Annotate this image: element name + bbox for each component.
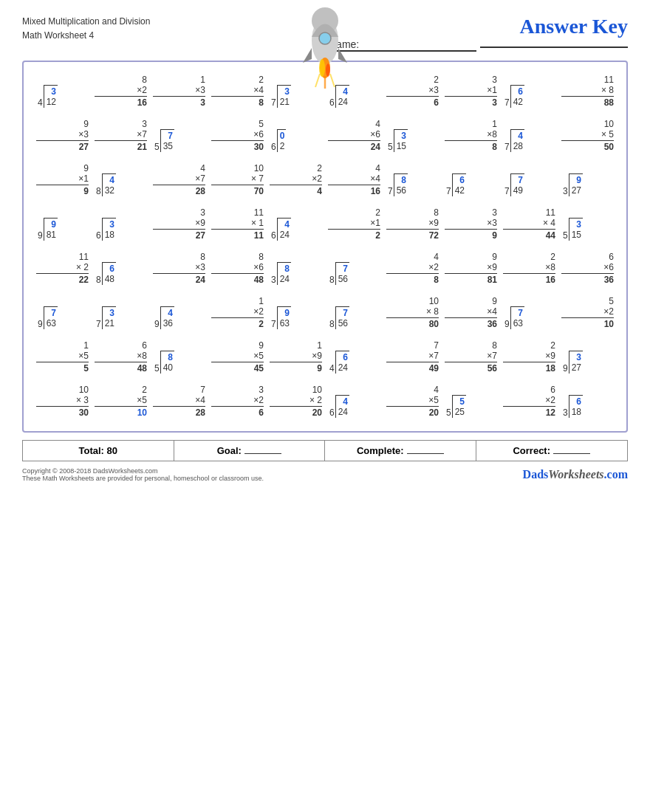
problem-row-7: 10 × 3 30 2 ×5 10 7 ×4 28 3 ×2 6 10 × 2 … — [35, 379, 615, 418]
problem-cell: 7 6 42 — [502, 69, 557, 108]
complete-cell: Complete: — [325, 441, 476, 461]
header: Mixed Multiplication and Division Math W… — [22, 15, 628, 53]
page: Mixed Multiplication and Division Math W… — [0, 0, 650, 812]
dads-brand: DadsWorksheets.com — [523, 468, 628, 481]
correct-cell: Correct: — [476, 441, 628, 461]
problem-cell: 5 7 35 — [151, 114, 207, 152]
problem-cell: 11 × 2 22 — [35, 247, 90, 285]
problem-cell: 2 ×4 8 — [210, 69, 265, 108]
problems-container: 4 3 12 8 ×2 16 1 ×3 3 2 ×4 8 7 3 — [35, 69, 615, 418]
total-cell: Total: 80 — [23, 441, 174, 461]
problem-cell: 5 8 40 — [151, 335, 207, 374]
problem-cell: 2 ×2 4 — [268, 158, 324, 196]
problem-cell: 2 ×8 16 — [502, 247, 557, 285]
problem-cell: 3 9 27 — [560, 158, 615, 196]
problem-cell: 6 ×2 12 — [502, 379, 557, 418]
problem-cell: 3 ×7 21 — [93, 114, 148, 152]
problem-cell: 7 9 63 — [268, 291, 324, 329]
problem-cell: 6 ×8 48 — [93, 335, 148, 374]
correct-label: Correct: — [513, 445, 550, 456]
problem-cell: 6 4 24 — [268, 202, 324, 241]
problem-cell: 1 ×9 9 — [268, 335, 324, 374]
problem-cell: 9 4 36 — [151, 291, 207, 329]
problem-cell: 10 × 3 30 — [35, 379, 90, 418]
problem-cell: 4 ×7 28 — [151, 158, 207, 196]
problem-cell: 9 7 63 — [502, 291, 557, 329]
problem-cell: 3 ×3 9 — [443, 202, 499, 241]
problem-cell: 1 ×2 2 — [210, 291, 265, 329]
problem-cell: 8 7 56 — [326, 247, 382, 285]
copyright-text: Copyright © 2008-2018 DadsWorksheets.com… — [22, 467, 264, 482]
header-right: Answer Key Name: — [325, 15, 628, 53]
problem-cell: 10 × 2 20 — [268, 379, 324, 418]
problem-cell: 6 4 24 — [326, 379, 382, 418]
problem-cell: 10 × 7 70 — [210, 158, 265, 196]
problem-cell: 8 ×3 24 — [151, 247, 207, 285]
problem-cell: 3 6 18 — [560, 379, 615, 418]
total-label: Total: 80 — [79, 445, 118, 456]
problem-cell: 9 ×4 36 — [443, 291, 499, 329]
complete-label: Complete: — [357, 445, 404, 456]
worksheet-title1: Mixed Multiplication and Division — [22, 15, 150, 29]
problem-cell: 2 ×5 10 — [93, 379, 148, 418]
problem-cell: 4 ×4 16 — [326, 158, 382, 196]
problem-cell: 2 ×3 6 — [385, 69, 440, 108]
problem-cell: 2 ×1 2 — [326, 202, 382, 241]
header-left: Mixed Multiplication and Division Math W… — [22, 15, 150, 43]
problem-cell: 2 ×9 18 — [502, 335, 557, 374]
problem-cell: 9 ×5 45 — [210, 335, 265, 374]
problem-cell: 6 ×6 36 — [560, 247, 615, 285]
copyright-line1: Copyright © 2008-2018 DadsWorksheets.com — [22, 467, 264, 475]
svg-point-2 — [319, 32, 331, 44]
problem-cell: 9 ×3 27 — [35, 114, 90, 152]
svg-point-5 — [326, 63, 330, 77]
problem-cell: 7 3 21 — [93, 291, 148, 329]
problem-cell: 11 × 4 44 — [502, 202, 557, 241]
problem-cell: 8 ×6 48 — [210, 247, 265, 285]
problem-cell: 7 ×7 49 — [385, 335, 440, 374]
problem-row-6: 1 ×5 5 6 ×8 48 5 8 40 9 ×5 45 1 ×9 9 — [35, 335, 615, 374]
problem-cell: 9 ×1 9 — [35, 158, 90, 196]
problem-cell: 1 ×8 8 — [443, 114, 499, 152]
problem-cell: 6 3 18 — [93, 202, 148, 241]
problem-cell: 1 ×3 3 — [151, 69, 207, 108]
problem-cell: 4 ×2 8 — [385, 247, 440, 285]
copyright-line2: These Math Worksheets are provided for p… — [22, 475, 264, 482]
goal-cell: Goal: — [174, 441, 326, 461]
problem-cell: 11 × 1 11 — [210, 202, 265, 241]
problem-cell: 7 4 28 — [502, 114, 557, 152]
problem-cell: 11 × 8 88 — [560, 69, 615, 108]
problem-cell: 4 6 24 — [326, 335, 382, 374]
problem-cell: 6 0 2 — [268, 114, 324, 152]
problem-cell: 9 ×9 81 — [443, 247, 499, 285]
answer-key-label: Answer Key — [520, 15, 628, 38]
problem-row-5: 9 7 63 7 3 21 9 4 36 1 ×2 — [35, 291, 615, 329]
problem-cell: 3 ×1 3 — [443, 69, 499, 108]
problem-cell: 5 3 15 — [385, 114, 440, 152]
problem-cell: 7 8 56 — [385, 158, 440, 196]
problem-row-2: 9 ×1 9 8 4 32 4 ×7 28 10 × 7 70 2 ×2 4 — [35, 158, 615, 196]
problem-cell: 1 ×5 5 — [35, 335, 90, 374]
problem-cell: 10 × 5 50 — [560, 114, 615, 152]
problem-cell: 10 × 8 80 — [385, 291, 440, 329]
problem-row-1: 9 ×3 27 3 ×7 21 5 7 35 5 ×6 30 6 0 — [35, 114, 615, 152]
rocket-icon — [292, 7, 358, 89]
problem-cell: 8 ×7 56 — [443, 335, 499, 374]
problem-cell: 8 6 48 — [93, 247, 148, 285]
svg-line-8 — [330, 74, 335, 87]
goal-label: Goal: — [217, 445, 242, 456]
worksheet-box: 4 3 12 8 ×2 16 1 ×3 3 2 ×4 8 7 3 — [22, 61, 628, 433]
problem-cell: 4 ×5 20 — [385, 379, 440, 418]
problem-cell: 3 8 24 — [268, 247, 324, 285]
name-line: Name: — [325, 38, 628, 52]
problem-cell: 7 7 49 — [502, 158, 557, 196]
problem-cell: 5 3 15 — [560, 202, 615, 241]
problem-cell: 5 ×6 30 — [210, 114, 265, 152]
problem-row-4: 11 × 2 22 8 6 48 8 ×3 24 8 ×6 48 3 — [35, 247, 615, 285]
problem-cell: 3 ×2 6 — [210, 379, 265, 418]
problem-cell: 7 ×4 28 — [151, 379, 207, 418]
problem-cell: 9 3 27 — [560, 335, 615, 374]
problem-cell: 5 ×2 10 — [560, 291, 615, 329]
problem-cell: 4 ×6 24 — [326, 114, 382, 152]
problem-cell: 5 5 25 — [443, 379, 499, 418]
